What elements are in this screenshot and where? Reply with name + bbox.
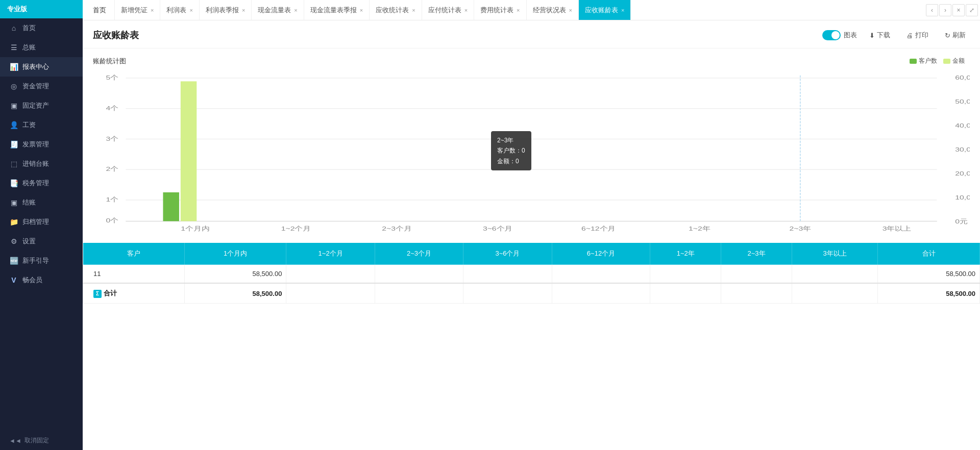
- sidebar-item-assets[interactable]: ▣ 固定资产: [0, 96, 83, 115]
- assets-icon: ▣: [9, 102, 18, 110]
- tab-cashflow-quarter-close[interactable]: ×: [360, 7, 363, 13]
- sidebar-item-label: 畅会员: [22, 276, 42, 285]
- print-button[interactable]: 🖨 打印: [902, 29, 933, 42]
- chart-area: 账龄统计图 客户数 金额 5个 4个 3个 2个: [83, 48, 980, 242]
- tab-ar-stats-close[interactable]: ×: [412, 7, 415, 13]
- footer-total: 58,500.00: [878, 283, 980, 304]
- download-button[interactable]: ⬇ 下载: [865, 29, 894, 42]
- tab-ar-stats[interactable]: 应收统计表 ×: [370, 0, 422, 20]
- svg-text:10,000.00元: 10,000.00元: [955, 194, 970, 201]
- tab-new-voucher[interactable]: 新增凭证 ×: [115, 0, 160, 20]
- sidebar-item-label: 进销台账: [22, 159, 49, 168]
- header-actions: 图表 ⬇ 下载 🖨 打印 ↻ 刷新: [822, 29, 970, 42]
- sidebar-item-guide[interactable]: 🆕 新手引导: [0, 251, 83, 270]
- invoice-icon: 🧾: [9, 140, 18, 148]
- legend-amount-label: 金额: [952, 57, 965, 65]
- col-m12: 1~2个月: [286, 243, 375, 265]
- footer-m1: 58,500.00: [184, 283, 286, 304]
- tab-close-all-button[interactable]: ×: [952, 4, 965, 16]
- sum-icon: Σ: [93, 290, 102, 298]
- tab-new-voucher-close[interactable]: ×: [151, 7, 154, 13]
- tab-expense-stats[interactable]: 费用统计表 ×: [474, 0, 526, 20]
- tab-home[interactable]: 首页: [85, 0, 115, 20]
- sidebar-item-home[interactable]: ⌂ 首页: [0, 18, 83, 38]
- tab-cashflow-quarter[interactable]: 现金流量表季报 ×: [304, 0, 370, 20]
- tab-next-button[interactable]: ›: [939, 4, 951, 16]
- sidebar-pin-label: 取消固定: [24, 436, 49, 445]
- table-footer-row: Σ 合计 58,500.00 58,500.00: [83, 283, 980, 304]
- svg-text:0元: 0元: [955, 218, 968, 225]
- tab-cashflow-quarter-label: 现金流量表季报: [310, 6, 357, 15]
- tab-expense-stats-close[interactable]: ×: [517, 7, 520, 13]
- table-header-row: 客户 1个月内 1~2个月 2~3个月 3~6个月 6~12个月 1~2年 2~…: [83, 243, 980, 265]
- tab-cashflow-label: 现金流量表: [258, 6, 291, 15]
- sidebar-item-label: 归档管理: [22, 217, 49, 227]
- data-table: 客户 1个月内 1~2个月 2~3个月 3~6个月 6~12个月 1~2年 2~…: [83, 242, 980, 304]
- svg-text:3~6个月: 3~6个月: [483, 225, 512, 232]
- tab-bar: 首页 新增凭证 × 利润表 × 利润表季报 × 现金流量表 × 现金流量表季报 …: [83, 0, 980, 20]
- footer-m12: [286, 283, 375, 304]
- sidebar-item-label: 报表中心: [22, 62, 49, 71]
- sidebar-item-settings[interactable]: ⚙ 设置: [0, 232, 83, 251]
- tab-biz-status[interactable]: 经营状况表 ×: [527, 0, 579, 20]
- col-y23: 2~3年: [721, 243, 792, 265]
- home-icon: ⌂: [9, 24, 18, 32]
- svg-text:20,000.00元: 20,000.00元: [955, 170, 970, 177]
- sidebar-item-tax[interactable]: 📑 税务管理: [0, 173, 83, 193]
- svg-text:1~2个月: 1~2个月: [281, 225, 311, 232]
- sidebar-item-archive[interactable]: 📁 归档管理: [0, 212, 83, 232]
- footer-label-text: 合计: [104, 289, 117, 297]
- sidebar-item-reports[interactable]: 📊 报表中心: [0, 57, 83, 77]
- tab-biz-status-close[interactable]: ×: [569, 7, 572, 13]
- sidebar-item-label: 结账: [22, 198, 36, 207]
- legend-customer-count: 客户数: [910, 57, 937, 65]
- tab-ap-stats[interactable]: 应付统计表 ×: [422, 0, 474, 20]
- cell-y12: [650, 265, 721, 284]
- refresh-button[interactable]: ↻ 刷新: [941, 29, 970, 42]
- cell-y3plus: [792, 265, 878, 284]
- svg-text:3年以上: 3年以上: [883, 225, 911, 232]
- col-m1: 1个月内: [184, 243, 286, 265]
- sidebar-item-funds[interactable]: ◎ 资金管理: [0, 77, 83, 96]
- checkout-icon: ▣: [9, 198, 18, 207]
- cell-m36: [463, 265, 552, 284]
- sidebar-item-ledger[interactable]: ☰ 总账: [0, 38, 83, 57]
- pin-icon: ◄◄: [9, 437, 21, 444]
- col-y12: 1~2年: [650, 243, 721, 265]
- page-title: 应收账龄表: [93, 29, 139, 41]
- page-header: 应收账龄表 图表 ⬇ 下载 🖨 打印 ↻ 刷新: [83, 20, 980, 48]
- tab-cashflow-close[interactable]: ×: [294, 7, 297, 13]
- svg-text:6~12个月: 6~12个月: [581, 225, 616, 232]
- svg-text:1个: 1个: [106, 196, 118, 203]
- tab-profit-close[interactable]: ×: [189, 7, 192, 13]
- sidebar-pin-toggle[interactable]: ◄◄ 取消固定: [0, 431, 83, 450]
- sidebar-item-label: 工资: [22, 120, 36, 130]
- tab-fullscreen-button[interactable]: ⤢: [966, 4, 978, 16]
- tab-profit-quarter[interactable]: 利润表季报 ×: [200, 0, 252, 20]
- tab-ap-stats-close[interactable]: ×: [464, 7, 468, 13]
- tab-ar-aging-close[interactable]: ×: [621, 7, 624, 13]
- sidebar-item-label: 总账: [22, 43, 36, 52]
- tab-ap-stats-label: 应付统计表: [428, 6, 461, 15]
- svg-text:0个: 0个: [106, 217, 118, 224]
- tab-new-voucher-label: 新增凭证: [121, 6, 148, 15]
- sidebar-item-invoice[interactable]: 🧾 发票管理: [0, 135, 83, 154]
- svg-text:2个: 2个: [106, 165, 118, 172]
- tab-profit-quarter-close[interactable]: ×: [242, 7, 245, 13]
- chart-toggle[interactable]: [822, 30, 841, 40]
- sales-icon: ⬚: [9, 160, 18, 168]
- print-label: 打印: [915, 31, 928, 40]
- svg-text:50,000.00元: 50,000.00元: [955, 98, 970, 105]
- sidebar-item-salary[interactable]: 👤 工资: [0, 115, 83, 135]
- tab-ar-aging[interactable]: 应收账龄表 ×: [579, 0, 631, 20]
- sidebar-item-checkout[interactable]: ▣ 结账: [0, 193, 83, 212]
- svg-text:4个: 4个: [106, 105, 118, 112]
- sidebar-item-sales[interactable]: ⬚ 进销台账: [0, 154, 83, 173]
- tab-prev-button[interactable]: ‹: [926, 4, 938, 16]
- tab-cashflow[interactable]: 现金流量表 ×: [252, 0, 304, 20]
- footer-m23: [375, 283, 463, 304]
- svg-text:2~3年: 2~3年: [790, 225, 812, 232]
- sidebar-item-vip[interactable]: V 畅会员: [0, 270, 83, 290]
- tab-profit[interactable]: 利润表 ×: [160, 0, 199, 20]
- chart-title: 账龄统计图: [93, 57, 970, 66]
